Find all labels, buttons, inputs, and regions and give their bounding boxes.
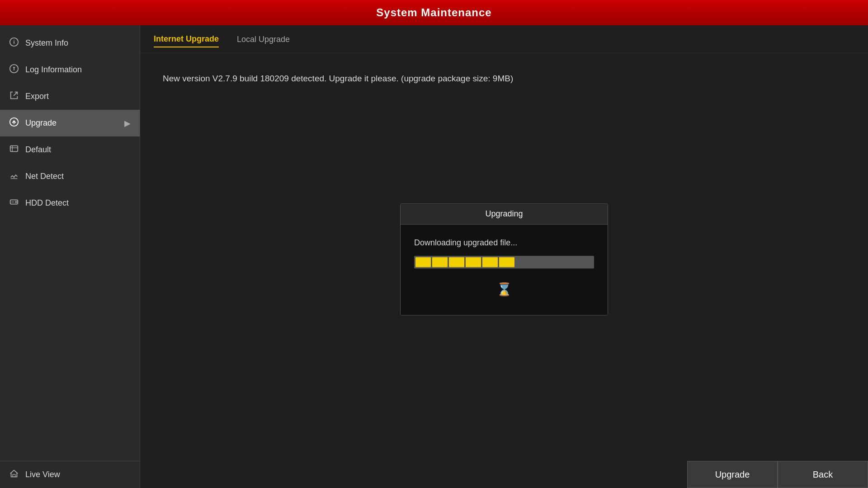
upgrade-message: New version V2.7.9 build 180209 detected… bbox=[163, 71, 845, 86]
log-icon bbox=[9, 64, 19, 76]
download-status: Downloading upgraded file... bbox=[414, 238, 594, 248]
net-icon bbox=[9, 170, 19, 183]
sidebar-item-default[interactable]: Default bbox=[0, 136, 140, 163]
info-icon bbox=[9, 37, 19, 49]
progress-segment-filled bbox=[466, 257, 481, 267]
upgrade-button[interactable]: Upgrade bbox=[687, 461, 778, 488]
hourglass-area: ⌛ bbox=[414, 282, 594, 297]
main-layout: System Info Log Information bbox=[0, 25, 868, 488]
tab-bar: Internet Upgrade Local Upgrade bbox=[140, 25, 868, 53]
back-button[interactable]: Back bbox=[778, 461, 868, 488]
sidebar-item-label: Export bbox=[25, 92, 49, 101]
content-body: New version V2.7.9 build 180209 detected… bbox=[140, 53, 868, 488]
progress-bar-fill bbox=[414, 256, 594, 268]
sidebar-item-label: Net Detect bbox=[25, 172, 64, 181]
upgrading-dialog: Upgrading Downloading upgraded file... ⌛ bbox=[400, 203, 608, 315]
sidebar-item-label: HDD Detect bbox=[25, 198, 69, 208]
bottom-bar: Upgrade Back bbox=[687, 461, 868, 488]
dialog-body: Downloading upgraded file... ⌛ bbox=[401, 225, 608, 315]
sidebar-item-label: Default bbox=[25, 145, 51, 155]
default-icon bbox=[9, 144, 19, 156]
sidebar-item-label: Log Information bbox=[25, 65, 82, 75]
progress-segment-filled bbox=[482, 257, 498, 267]
sidebar-item-live-view[interactable]: Live View bbox=[0, 461, 140, 488]
sidebar-item-net-detect[interactable]: Net Detect bbox=[0, 163, 140, 190]
svg-rect-8 bbox=[10, 146, 18, 152]
tab-local-upgrade[interactable]: Local Upgrade bbox=[237, 35, 290, 47]
chevron-right-icon: ▶ bbox=[124, 118, 131, 128]
sidebar-item-label: System Info bbox=[25, 38, 68, 48]
sidebar-item-log-information[interactable]: Log Information bbox=[0, 56, 140, 83]
svg-line-5 bbox=[14, 92, 17, 96]
progress-segment-filled bbox=[499, 257, 514, 267]
sidebar-item-export[interactable]: Export bbox=[0, 83, 140, 110]
hourglass-icon: ⌛ bbox=[496, 282, 512, 297]
live-view-label: Live View bbox=[25, 470, 60, 479]
home-icon bbox=[9, 469, 19, 481]
svg-point-2 bbox=[14, 40, 14, 41]
svg-point-13 bbox=[15, 201, 17, 203]
title-bar: System Maintenance bbox=[0, 0, 868, 25]
hdd-icon bbox=[9, 197, 19, 209]
sidebar-item-label: Upgrade bbox=[25, 118, 57, 128]
progress-bar-container bbox=[414, 256, 594, 268]
content-area: Internet Upgrade Local Upgrade New versi… bbox=[140, 25, 868, 488]
sidebar-item-hdd-detect[interactable]: HDD Detect bbox=[0, 190, 140, 216]
dialog-title: Upgrading bbox=[401, 204, 608, 225]
export-icon bbox=[9, 90, 19, 103]
progress-segment-filled bbox=[449, 257, 464, 267]
sidebar: System Info Log Information bbox=[0, 25, 140, 488]
upgrade-icon bbox=[9, 117, 19, 129]
progress-segment-filled bbox=[415, 257, 431, 267]
progress-segment-filled bbox=[432, 257, 448, 267]
sidebar-item-system-info[interactable]: System Info bbox=[0, 30, 140, 56]
sidebar-item-upgrade[interactable]: Upgrade ▶ bbox=[0, 110, 140, 136]
title-text: System Maintenance bbox=[376, 6, 491, 19]
tab-internet-upgrade[interactable]: Internet Upgrade bbox=[154, 34, 219, 47]
